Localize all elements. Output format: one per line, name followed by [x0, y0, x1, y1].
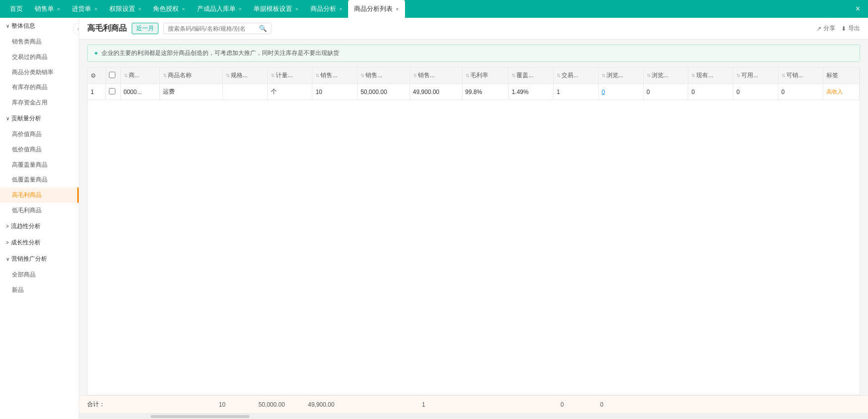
sidebar-item-low-margin[interactable]: 低毛利商品: [0, 203, 79, 218]
col-sales-cost: ⇅ 销售...: [409, 67, 462, 84]
sort-icon-sellable: ⇅: [781, 73, 785, 78]
sidebar-item-stocked-goods[interactable]: 有库存的商品: [0, 80, 79, 95]
sidebar-item-high-coverage[interactable]: 高覆盖量商品: [0, 157, 79, 173]
sidebar-group-contribution[interactable]: ∨ 贡献量分析: [0, 110, 79, 127]
top-navigation: 首页 销售单 × 进货单 × 权限设置 × 角色授权 × 产成品入库单 × 单据…: [0, 0, 868, 18]
sidebar-item-all-goods[interactable]: 全部商品: [0, 267, 79, 282]
search-box: 🔍: [163, 23, 271, 34]
nav-close-purchase-order[interactable]: ×: [94, 0, 97, 18]
footer-sales-amount: 50,000.00: [254, 401, 303, 408]
nav-product-warehouse[interactable]: 产成品入库单 ×: [191, 0, 248, 18]
cell-checkbox[interactable]: [105, 84, 120, 100]
nav-product-analysis-list[interactable]: 商品分析列表 ×: [348, 0, 405, 18]
sort-icon-gross-rate: ⇅: [465, 73, 469, 78]
sidebar-group-marketing-arrow: ∨: [6, 256, 9, 262]
nav-close-product-analysis-list[interactable]: ×: [396, 0, 399, 18]
nav-permissions[interactable]: 权限设置 ×: [103, 0, 147, 18]
sort-icon-transactions: ⇅: [557, 73, 561, 78]
share-button[interactable]: ↗ 分享: [817, 24, 835, 33]
search-icon[interactable]: 🔍: [259, 25, 267, 32]
sort-icon-available2: ⇅: [736, 73, 740, 78]
col-transactions: ⇅ 交易...: [554, 67, 599, 84]
cell-index: 1: [88, 84, 105, 100]
sidebar-group-contribution-arrow: ∨: [6, 116, 9, 121]
row-checkbox[interactable]: [109, 88, 115, 94]
cell-unit: 个: [267, 84, 312, 100]
settings-icon[interactable]: ⚙: [91, 72, 96, 79]
cell-sellable: 0: [778, 84, 823, 100]
nav-home[interactable]: 首页: [4, 0, 29, 18]
header-actions: ↗ 分享 ⬇ 导出: [817, 24, 860, 33]
nav-close-product-warehouse[interactable]: ×: [239, 0, 242, 18]
data-table: ⚙ ⇅ 商... ⇅: [88, 67, 860, 100]
sort-icon-spec: ⇅: [226, 73, 230, 78]
col-tag: 标签: [823, 67, 859, 84]
search-input[interactable]: [168, 25, 257, 32]
nav-product-analysis[interactable]: 商品分析 ×: [305, 0, 348, 18]
page-title: 高毛利商品: [87, 23, 127, 34]
sidebar-group-trend-arrow: >: [6, 224, 9, 229]
main-layout: « ∨ 整体信息 销售类商品 交易过的商品 商品分类助销率 有库存的商品 库存资…: [0, 18, 868, 419]
nav-template-settings[interactable]: 单据模板设置 ×: [248, 0, 304, 18]
footer-values: 10 50,000.00 49,900.00 1 0 0: [115, 401, 635, 408]
nav-close-sales-order[interactable]: ×: [57, 0, 60, 18]
sidebar-group-overall-arrow: ∨: [6, 23, 9, 29]
col-spec: ⇅ 规格...: [222, 67, 267, 84]
nav-purchase-order[interactable]: 进货单 ×: [66, 0, 103, 18]
footer-transactions: 1: [417, 401, 457, 408]
sidebar-item-traded-goods[interactable]: 交易过的商品: [0, 49, 79, 65]
cell-available2: 0: [733, 84, 778, 100]
footer-available2: 0: [595, 401, 635, 408]
nav-close-template-settings[interactable]: ×: [295, 0, 298, 18]
sort-icon-coverage: ⇅: [511, 73, 515, 78]
sidebar-group-growth[interactable]: > 成长性分析: [0, 234, 79, 251]
sort-icon-available1: ⇅: [691, 73, 695, 78]
sidebar-group-overall[interactable]: ∨ 整体信息: [0, 18, 79, 34]
scrollbar-thumb[interactable]: [151, 415, 250, 418]
sort-icon-code: ⇅: [124, 73, 128, 78]
sidebar-group-growth-arrow: >: [6, 240, 9, 245]
sidebar-item-inventory-capital[interactable]: 库存资金占用: [0, 95, 79, 110]
col-code: ⇅ 商...: [120, 67, 159, 84]
period-button[interactable]: 近一月: [132, 23, 158, 34]
sidebar-item-sales-goods[interactable]: 销售类商品: [0, 34, 79, 49]
nav-close-all[interactable]: ×: [852, 4, 864, 13]
col-sales-amount: ⇅ 销售...: [357, 67, 410, 84]
col-name: ⇅ 商品名称: [159, 67, 222, 84]
sidebar-item-low-coverage[interactable]: 低覆盖量商品: [0, 172, 79, 187]
select-all-checkbox[interactable]: [109, 72, 115, 78]
table-header-row: ⚙ ⇅ 商... ⇅: [88, 67, 860, 84]
sidebar-item-category-assist-rate[interactable]: 商品分类助销率: [0, 65, 79, 80]
sidebar-item-new-goods[interactable]: 新品: [0, 282, 79, 298]
col-index: ⚙: [88, 67, 105, 84]
nav-close-permissions[interactable]: ×: [138, 0, 141, 18]
horizontal-scrollbar[interactable]: [79, 413, 868, 419]
export-icon: ⬇: [841, 25, 846, 32]
sidebar-item-high-value[interactable]: 高价值商品: [0, 127, 79, 142]
sidebar-group-trend[interactable]: > 流趋性分析: [0, 218, 79, 234]
sort-icon-unit: ⇅: [271, 73, 275, 78]
footer-label: 合计：: [87, 400, 105, 409]
sidebar-item-high-margin[interactable]: 高毛利商品: [0, 187, 79, 203]
cell-spec: [222, 84, 267, 100]
col-coverage: ⇅ 覆盖...: [509, 67, 554, 84]
export-button[interactable]: ⬇ 导出: [841, 24, 860, 33]
col-unit: ⇅ 计量...: [267, 67, 312, 84]
col-browse2: ⇅ 浏览...: [643, 67, 688, 84]
cell-name: 运费: [159, 84, 222, 100]
sidebar-item-low-value[interactable]: 低价值商品: [0, 142, 79, 157]
nav-close-role-auth[interactable]: ×: [182, 0, 185, 18]
cell-browse1[interactable]: 0: [598, 84, 643, 100]
nav-role-auth[interactable]: 角色授权 ×: [147, 0, 191, 18]
col-available1: ⇅ 现有...: [688, 67, 733, 84]
sidebar-group-marketing[interactable]: ∨ 营销推广分析: [0, 251, 79, 267]
footer-sales-qty: 10: [214, 401, 254, 408]
sort-icon-sales-cost: ⇅: [413, 73, 417, 78]
nav-close-product-analysis[interactable]: ×: [339, 0, 342, 18]
sort-icon-name: ⇅: [163, 73, 167, 78]
nav-sales-order[interactable]: 销售单 ×: [29, 0, 66, 18]
cell-available1: 0: [688, 84, 733, 100]
sort-icon-browse1: ⇅: [602, 73, 606, 78]
col-sales-qty: ⇅ 销售...: [312, 67, 357, 84]
data-table-container[interactable]: ⚙ ⇅ 商... ⇅: [87, 67, 860, 395]
